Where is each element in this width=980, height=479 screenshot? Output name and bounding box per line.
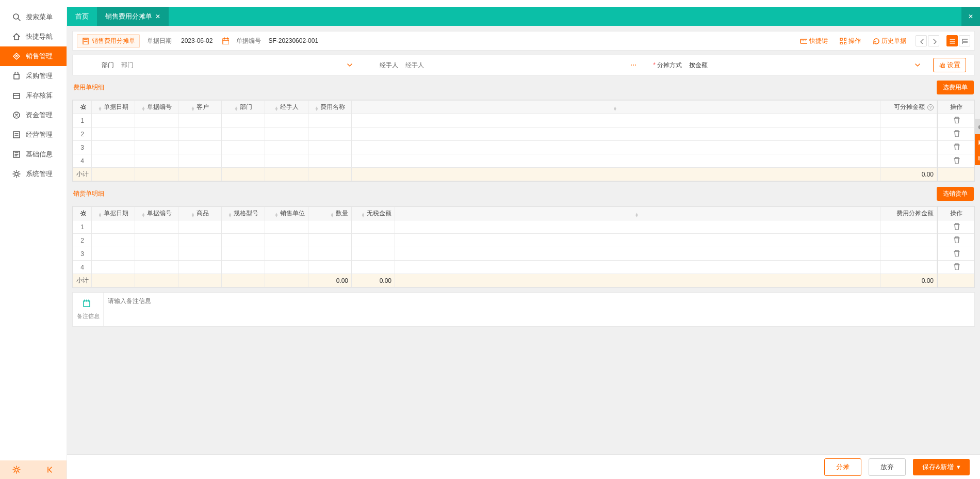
- sidebar-footer: [0, 460, 67, 479]
- tab-bar: 首页 销售费用分摊单 ✕ ✕: [67, 7, 980, 26]
- wallet-icon: [12, 111, 21, 119]
- col-product[interactable]: ▲▼商品: [178, 207, 222, 220]
- operate-link[interactable]: 操作: [837, 37, 863, 45]
- chevron-down-icon[interactable]: [913, 61, 921, 70]
- table-row[interactable]: 4: [73, 261, 937, 274]
- select-sales-button[interactable]: 选销货单: [937, 187, 974, 201]
- settings-icon[interactable]: [12, 466, 21, 474]
- help-icon: ?: [927, 104, 934, 110]
- col-allocatable[interactable]: 可分摊金额 ?: [880, 101, 937, 114]
- remark-label: 备注信息: [77, 312, 100, 320]
- table-row[interactable]: 1: [73, 114, 937, 127]
- col-amount[interactable]: ▲▼无税金额: [352, 207, 395, 220]
- delete-row[interactable]: [953, 237, 960, 245]
- discard-button[interactable]: 放弃: [869, 458, 906, 476]
- tab-current[interactable]: 销售费用分摊单 ✕: [97, 7, 169, 26]
- col-date[interactable]: ▲▼单据日期: [92, 101, 135, 114]
- col-spacer[interactable]: ▲▼: [395, 207, 880, 220]
- table-row[interactable]: 2: [73, 234, 937, 247]
- dept-input[interactable]: [121, 61, 355, 69]
- float-tab-3[interactable]: ▤: [975, 150, 980, 165]
- delete-row[interactable]: [953, 264, 960, 272]
- table-row[interactable]: 2: [73, 127, 937, 141]
- history-prev[interactable]: [916, 35, 927, 46]
- col-date[interactable]: ▲▼单据日期: [92, 207, 135, 220]
- float-tab-1[interactable]: ◐: [975, 119, 980, 134]
- allocate-button[interactable]: 分摊: [824, 458, 861, 476]
- sidebar-item-purchase[interactable]: 采购管理: [0, 66, 67, 86]
- float-tab-2[interactable]: ▣: [975, 134, 980, 150]
- remark-card: 备注信息: [72, 292, 975, 327]
- sidebar-item-basic[interactable]: 基础信息: [0, 145, 67, 164]
- col-alloc[interactable]: 费用分摊金额: [880, 207, 937, 220]
- cart-icon: [12, 72, 21, 80]
- sidebar-item-label: 基础信息: [26, 150, 53, 159]
- select-expense-button[interactable]: 选费用单: [937, 81, 974, 94]
- table-row[interactable]: 1: [73, 220, 937, 234]
- sidebar-item-label: 系统管理: [26, 169, 53, 179]
- col-spacer[interactable]: ▲▼: [352, 101, 880, 114]
- table-row[interactable]: 3: [73, 141, 937, 154]
- gear-icon: [939, 62, 945, 68]
- collapse-icon[interactable]: [46, 466, 54, 474]
- view-list[interactable]: [946, 35, 958, 46]
- sidebar-item-system[interactable]: 系统管理: [0, 164, 67, 184]
- sidebar-item-label: 经营管理: [26, 130, 53, 139]
- delete-row[interactable]: [953, 158, 960, 165]
- history-link[interactable]: 历史单据: [870, 37, 908, 45]
- col-config[interactable]: [73, 101, 92, 114]
- tab-label: 销售费用分摊单: [105, 12, 152, 21]
- sidebar: 搜索菜单 快捷导航 销售管理 采购管理 库存核算 资金管理: [0, 7, 67, 479]
- method-select[interactable]: [689, 58, 923, 72]
- table-row[interactable]: 3: [73, 247, 937, 261]
- sidebar-item-search[interactable]: 搜索菜单: [0, 7, 67, 27]
- delete-row[interactable]: [953, 118, 960, 125]
- expense-table: ▲▼单据日期 ▲▼单据编号 ▲▼客户 ▲▼部门 ▲▼经手人 ▲▼费用名称 ▲▼ …: [72, 100, 975, 182]
- delete-row[interactable]: [953, 145, 960, 152]
- delete-row[interactable]: [953, 224, 960, 231]
- date-label: 单据日期: [147, 37, 172, 45]
- col-unit[interactable]: ▲▼销售单位: [265, 207, 308, 220]
- sidebar-item-sales[interactable]: 销售管理: [0, 46, 67, 66]
- shortcut-link[interactable]: 快捷键: [798, 37, 830, 45]
- sidebar-item-inventory[interactable]: 库存核算: [0, 86, 67, 105]
- col-config[interactable]: [73, 207, 92, 220]
- doc-title-chip: 销售费用分摊单: [77, 34, 140, 48]
- close-all-tabs[interactable]: ✕: [961, 7, 980, 26]
- docno-label: 单据编号: [236, 37, 261, 45]
- date-value[interactable]: 2023-06-02: [179, 36, 215, 45]
- tab-home[interactable]: 首页: [67, 7, 97, 26]
- sidebar-item-quicknav[interactable]: 快捷导航: [0, 27, 67, 46]
- save-new-button[interactable]: 保存&新增 ▾: [913, 459, 970, 475]
- history-next[interactable]: [928, 35, 939, 46]
- docno-value: SF-20230602-001: [268, 37, 318, 44]
- sidebar-item-funds[interactable]: 资金管理: [0, 105, 67, 125]
- col-handler[interactable]: ▲▼经手人: [265, 101, 308, 114]
- handler-input[interactable]: [405, 61, 639, 69]
- close-icon[interactable]: ✕: [155, 13, 160, 20]
- col-no[interactable]: ▲▼单据编号: [135, 101, 178, 114]
- chevron-down-icon: ▾: [957, 463, 960, 471]
- remark-input[interactable]: [108, 297, 970, 321]
- col-customer[interactable]: ▲▼客户: [178, 101, 222, 114]
- col-no[interactable]: ▲▼单据编号: [135, 207, 178, 220]
- view-rows[interactable]: [959, 35, 970, 46]
- info-icon: [12, 150, 21, 158]
- col-qty[interactable]: ▲▼数量: [308, 207, 352, 220]
- chevron-down-icon[interactable]: [346, 61, 353, 70]
- table-row[interactable]: 4: [73, 154, 937, 168]
- dept-select[interactable]: [121, 58, 355, 72]
- delete-row[interactable]: [953, 131, 960, 138]
- col-spec[interactable]: ▲▼规格型号: [222, 207, 265, 220]
- delete-row[interactable]: [953, 251, 960, 258]
- col-dept[interactable]: ▲▼部门: [222, 101, 265, 114]
- calendar-icon[interactable]: [222, 37, 229, 44]
- sidebar-item-business[interactable]: 经营管理: [0, 125, 67, 145]
- more-icon[interactable]: [629, 61, 636, 70]
- expense-section-title: 费用单明细: [73, 83, 104, 92]
- settings-button[interactable]: 设置: [933, 58, 966, 72]
- col-name[interactable]: ▲▼费用名称: [308, 101, 352, 114]
- handler-select[interactable]: [405, 58, 639, 72]
- method-input[interactable]: [689, 61, 923, 69]
- sales-table: ▲▼单据日期 ▲▼单据编号 ▲▼商品 ▲▼规格型号 ▲▼销售单位 ▲▼数量 ▲▼…: [72, 206, 975, 288]
